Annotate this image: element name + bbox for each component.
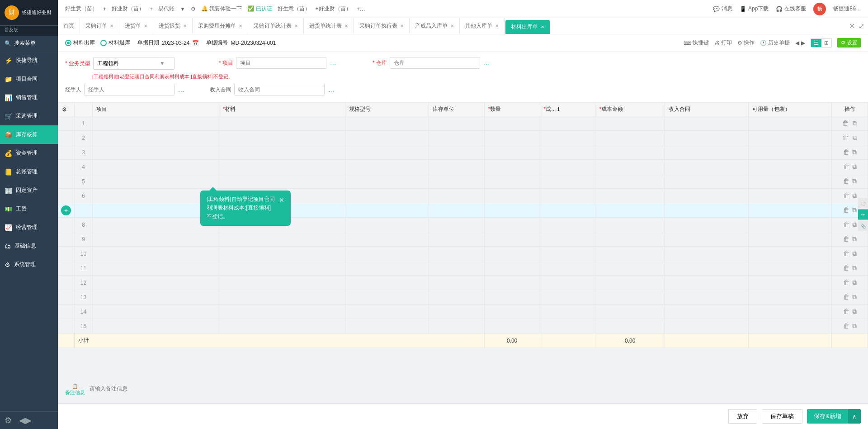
td-cost-amount-9[interactable]: [595, 232, 665, 247]
view-list[interactable]: ☰: [811, 39, 821, 47]
topbar-settings-icon[interactable]: ⚙: [191, 6, 196, 12]
td-cost-amount-2[interactable]: [595, 131, 665, 145]
td-income-contract-15[interactable]: [665, 319, 748, 334]
history-btn[interactable]: 🕐 历史单据: [760, 39, 790, 47]
td-available-3[interactable]: [748, 145, 831, 160]
td-cost-amount-14[interactable]: [595, 305, 665, 319]
td-income-contract-4[interactable]: [665, 160, 748, 174]
copy-row-15[interactable]: ⧉: [852, 322, 857, 329]
td-unit-9[interactable]: [429, 232, 484, 247]
delete-row-6[interactable]: 🗑: [843, 192, 849, 199]
td-qty-8[interactable]: [484, 218, 540, 232]
topbar-goodfinance2[interactable]: +好业财（苗）: [316, 5, 351, 13]
td-income-contract-14[interactable]: [665, 305, 748, 319]
topbar-online-service[interactable]: 🎧 在线客服: [776, 5, 806, 13]
sidebar-item-quicknav[interactable]: ⚡ 快捷导航: [0, 51, 58, 70]
td-spec-12[interactable]: [345, 276, 429, 290]
td-material-13[interactable]: [219, 290, 345, 305]
td-cost-7[interactable]: [540, 203, 595, 218]
sidebar-item-finance[interactable]: 💰 资金管理: [0, 144, 58, 162]
tab-goods-in[interactable]: 进货单 ✕: [119, 18, 153, 34]
td-material-5[interactable]: [219, 174, 345, 189]
td-cost-14[interactable]: [540, 305, 595, 319]
td-cost-5[interactable]: [540, 174, 595, 189]
td-unit-12[interactable]: [429, 276, 484, 290]
td-spec-6[interactable]: [345, 189, 429, 203]
td-cost-amount-6[interactable]: [595, 189, 665, 203]
td-cost-8[interactable]: [540, 218, 595, 232]
td-spec-4[interactable]: [345, 160, 429, 174]
td-income-contract-3[interactable]: [665, 145, 748, 160]
sidebar-item-sales[interactable]: 📊 销售管理: [0, 88, 58, 107]
handler-dots[interactable]: ...: [178, 86, 184, 94]
td-project-1[interactable]: [93, 116, 219, 131]
topbar-link-agency[interactable]: 易代账: [158, 5, 175, 13]
td-income-contract-10[interactable]: [665, 247, 748, 261]
copy-row-9[interactable]: ⧉: [852, 235, 857, 243]
td-unit-8[interactable]: [429, 218, 484, 232]
td-qty-10[interactable]: [484, 247, 540, 261]
td-unit-4[interactable]: [429, 160, 484, 174]
tab-close-goods-return[interactable]: ✕: [183, 24, 187, 29]
td-spec-3[interactable]: [345, 145, 429, 160]
td-material-10[interactable]: [219, 247, 345, 261]
topbar-message[interactable]: 💬 消息: [713, 5, 732, 13]
delete-row-7[interactable]: 🗑: [843, 206, 849, 214]
td-cost-4[interactable]: [540, 160, 595, 174]
td-cost-amount-8[interactable]: [595, 218, 665, 232]
td-spec-11[interactable]: [345, 261, 429, 276]
td-project-12[interactable]: [93, 276, 219, 290]
sidebar-item-system[interactable]: ⚙ 系统管理: [0, 255, 58, 274]
td-cost-11[interactable]: [540, 261, 595, 276]
td-available-8[interactable]: [748, 218, 831, 232]
sidebar-item-assets[interactable]: 🏢 固定资产: [0, 181, 58, 200]
td-project-10[interactable]: [93, 247, 219, 261]
td-qty-11[interactable]: [484, 261, 540, 276]
td-qty-6[interactable]: [484, 189, 540, 203]
td-income-contract-8[interactable]: [665, 218, 748, 232]
td-cost-amount-10[interactable]: [595, 247, 665, 261]
date-value[interactable]: 2023-03-24: [162, 40, 189, 46]
copy-row-8[interactable]: ⧉: [852, 221, 857, 228]
biz-type-dropdown[interactable]: ▼: [157, 60, 168, 67]
copy-row-1[interactable]: ⧉: [853, 119, 857, 127]
tab-close-window[interactable]: ✕: [849, 22, 855, 30]
project-dots[interactable]: ...: [330, 59, 336, 67]
td-material-12[interactable]: [219, 276, 345, 290]
td-qty-15[interactable]: [484, 319, 540, 334]
topbar-experience[interactable]: 🔔 我要体验一下: [201, 5, 242, 13]
settings-btn[interactable]: ⚙ 设置: [837, 38, 861, 48]
td-available-9[interactable]: [748, 232, 831, 247]
tab-purchase-exec[interactable]: 采购订单执行表 ✕: [354, 18, 410, 34]
td-cost-amount-12[interactable]: [595, 276, 665, 290]
td-unit-1[interactable]: [429, 116, 484, 131]
td-project-9[interactable]: [93, 232, 219, 247]
handler-input[interactable]: [84, 84, 175, 95]
td-available-6[interactable]: [748, 189, 831, 203]
copy-row-3[interactable]: ⧉: [852, 148, 857, 156]
td-spec-15[interactable]: [345, 319, 429, 334]
tab-purchase-expense[interactable]: 采购费用分摊单 ✕: [193, 18, 248, 34]
delete-row-1[interactable]: 🗑: [842, 119, 849, 127]
tab-close-goods-in[interactable]: ✕: [144, 24, 147, 29]
sidebar-item-project[interactable]: 📁 项目合同: [0, 70, 58, 88]
td-qty-1[interactable]: [484, 116, 540, 131]
sidebar-item-payroll[interactable]: 💵 工资: [0, 200, 58, 218]
tab-home[interactable]: 首页: [58, 18, 80, 34]
tab-goods-stat[interactable]: 进货单统计表 ✕: [304, 18, 354, 34]
copy-row-7[interactable]: ⧉: [852, 206, 857, 214]
tab-close-purchase-order[interactable]: ✕: [110, 24, 113, 29]
td-income-contract-9[interactable]: [665, 232, 748, 247]
save-new-arrow[interactable]: ∧: [848, 409, 861, 424]
td-material-2[interactable]: [219, 131, 345, 145]
td-income-contract-11[interactable]: [665, 261, 748, 276]
delete-row-5[interactable]: 🗑: [843, 177, 849, 185]
nav-next[interactable]: ▶: [801, 40, 805, 46]
warehouse-input[interactable]: [390, 57, 480, 69]
tab-close-other-in[interactable]: ✕: [495, 24, 499, 29]
td-qty-12[interactable]: [484, 276, 540, 290]
print-btn[interactable]: 🖨 打印: [714, 39, 732, 47]
copy-row-13[interactable]: ⧉: [852, 293, 857, 300]
delete-row-15[interactable]: 🗑: [843, 322, 849, 329]
copy-row-11[interactable]: ⧉: [852, 264, 857, 272]
